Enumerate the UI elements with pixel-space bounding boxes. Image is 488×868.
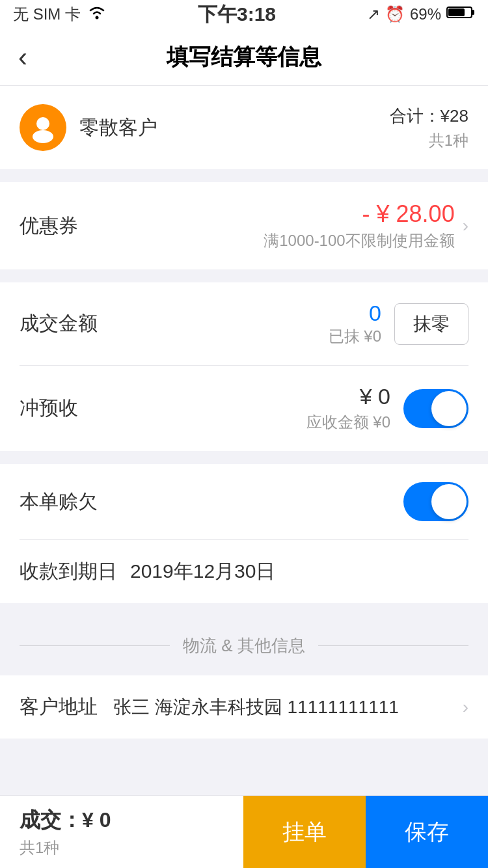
nav-bar: ‹ 填写结算等信息 <box>0 29 488 86</box>
total-label: 合计：¥28 <box>390 105 468 128</box>
debt-toggle[interactable] <box>403 482 468 521</box>
debt-label: 本单赊欠 <box>20 489 98 515</box>
advance-amounts: ¥ 0 应收金额 ¥0 <box>306 384 390 433</box>
svg-point-0 <box>96 16 99 20</box>
logistics-header: 物流 & 其他信息 <box>0 616 488 675</box>
transaction-amount-block: 0 已抹 ¥0 <box>329 301 381 347</box>
status-right: ↗ ⏰ 69% <box>367 5 475 23</box>
battery-label: 69% <box>410 5 441 23</box>
transaction-right: 0 已抹 ¥0 抹零 <box>329 301 468 347</box>
wifi-icon <box>87 5 107 23</box>
bottom-count: 共1种 <box>20 837 224 858</box>
coupon-right: - ¥ 28.00 满1000-100不限制使用金额 › <box>264 200 468 251</box>
debt-section: 本单赊欠 收款到期日 2019年12月30日 <box>0 464 488 603</box>
duedate-label: 收款到期日 <box>20 558 117 585</box>
back-button[interactable]: ‹ <box>18 42 27 73</box>
coupon-chevron-icon: › <box>463 215 468 236</box>
advance-row: 冲预收 ¥ 0 应收金额 ¥0 <box>0 366 488 451</box>
save-button[interactable]: 保存 <box>366 796 488 869</box>
transaction-label: 成交金额 <box>20 310 98 337</box>
bottom-bar: 成交：¥ 0 共1种 挂单 保存 <box>0 795 488 868</box>
logistics-title-row: 物流 & 其他信息 <box>20 634 468 657</box>
customer-left: 零散客户 <box>20 104 157 151</box>
advance-main-amount: ¥ 0 <box>306 384 390 409</box>
customer-name: 零散客户 <box>79 115 157 141</box>
duedate-value: 2019年12月30日 <box>130 558 275 585</box>
bottom-transaction: 成交：¥ 0 <box>20 806 224 835</box>
content: 零散客户 合计：¥28 共1种 优惠券 - ¥ 28.00 满1000-100不… <box>0 86 488 817</box>
advance-label: 冲预收 <box>20 395 78 422</box>
bottom-transaction-label: 成交： <box>20 808 82 832</box>
customer-section: 零散客户 合计：¥28 共1种 <box>0 86 488 169</box>
debt-row: 本单赊欠 <box>0 464 488 539</box>
page-title: 填写结算等信息 <box>167 42 321 72</box>
coupon-info: - ¥ 28.00 满1000-100不限制使用金额 <box>264 200 454 251</box>
coupon-desc: 满1000-100不限制使用金额 <box>264 230 454 251</box>
location-icon: ↗ <box>367 5 380 23</box>
bottom-info: 成交：¥ 0 共1种 <box>0 806 243 858</box>
customer-right: 合计：¥28 共1种 <box>390 105 468 151</box>
avatar <box>20 104 66 151</box>
round-button[interactable]: 抹零 <box>394 303 468 345</box>
advance-toggle[interactable] <box>403 389 468 428</box>
hold-button[interactable]: 挂单 <box>243 796 366 869</box>
svg-rect-3 <box>448 8 465 16</box>
battery-icon <box>446 5 475 23</box>
advance-sub-amount: 应收金额 ¥0 <box>306 412 390 433</box>
coupon-label: 优惠券 <box>20 213 78 239</box>
coupon-amount: - ¥ 28.00 <box>264 200 454 228</box>
status-left: 无 SIM 卡 <box>13 4 107 25</box>
address-value: 张三 海淀永丰科技园 11111111111 <box>113 695 463 720</box>
alarm-icon: ⏰ <box>385 5 405 23</box>
transaction-amount[interactable]: 0 <box>329 301 381 326</box>
address-row[interactable]: 客户地址 张三 海淀永丰科技园 11111111111 › <box>0 675 488 739</box>
no-sim-label: 无 SIM 卡 <box>13 4 81 25</box>
logistics-line-right <box>318 645 468 646</box>
status-time: 下午3:18 <box>198 1 276 28</box>
customer-row: 零散客户 合计：¥28 共1种 <box>0 86 488 169</box>
total-count: 共1种 <box>390 130 468 151</box>
logistics-line-left <box>20 645 170 646</box>
svg-point-4 <box>36 117 49 130</box>
address-label: 客户地址 <box>20 694 98 720</box>
svg-point-5 <box>33 130 53 143</box>
address-chevron-icon: › <box>463 697 468 718</box>
advance-right: ¥ 0 应收金额 ¥0 <box>306 384 468 433</box>
already-offset: 已抹 ¥0 <box>329 326 381 347</box>
duedate-row: 收款到期日 2019年12月30日 <box>0 540 488 603</box>
logistics-title: 物流 & 其他信息 <box>183 634 305 657</box>
transaction-section: 成交金额 0 已抹 ¥0 抹零 冲预收 ¥ 0 应收金额 ¥0 <box>0 282 488 451</box>
transaction-row: 成交金额 0 已抹 ¥0 抹零 <box>0 282 488 365</box>
svg-rect-2 <box>472 10 474 15</box>
status-bar: 无 SIM 卡 下午3:18 ↗ ⏰ 69% <box>0 0 488 29</box>
coupon-row[interactable]: 优惠券 - ¥ 28.00 满1000-100不限制使用金额 › <box>0 182 488 269</box>
bottom-transaction-amount: ¥ 0 <box>82 808 111 832</box>
